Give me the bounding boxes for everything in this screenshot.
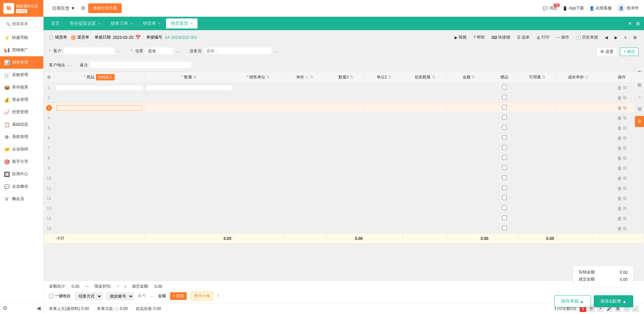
fee-split-btn[interactable]: 费用分摊 (191, 292, 213, 300)
tab-price-settings[interactable]: 售价提取设置 ✕ (65, 18, 105, 28)
price-cell-1[interactable] (283, 83, 326, 93)
qty2-cell-11[interactable] (327, 183, 365, 193)
delete-row-3[interactable]: 🗑 (617, 105, 622, 111)
qty-cell-8[interactable] (145, 153, 234, 163)
tab-close-price-settings[interactable]: ✕ (98, 22, 101, 25)
unit-cell-7[interactable] (233, 143, 283, 153)
gift-checkbox-8[interactable] (502, 155, 507, 160)
tab-sales-delivery[interactable]: 销货单 ✕ (138, 18, 165, 28)
pkg-cell-6[interactable] (403, 133, 447, 143)
amount-cell-13[interactable] (447, 203, 490, 213)
unit2-cell-7[interactable] (365, 143, 403, 153)
qty-cell-1[interactable] (145, 83, 234, 93)
gift-checkbox-6[interactable] (502, 135, 507, 140)
amount-cell-11[interactable] (447, 183, 490, 193)
qty-cell-14[interactable] (145, 213, 234, 224)
search-menu-btn[interactable]: 🔍 搜索菜单 (3, 19, 41, 28)
qty2-cell-9[interactable] (327, 163, 365, 173)
sidebar-settings-btn[interactable]: ⚙ (3, 305, 7, 311)
price-cell-8[interactable] (283, 153, 326, 163)
product-cell-2[interactable] (54, 93, 145, 103)
product-cell-10[interactable] (54, 173, 145, 183)
product-cell-12[interactable] (54, 193, 145, 203)
amount-cell-3[interactable] (447, 103, 490, 113)
qty-cell-15[interactable] (145, 224, 234, 234)
delete-row-5[interactable]: 🗑 (617, 125, 622, 131)
shortcut-btn[interactable]: ⌨ 快捷键 (489, 34, 512, 41)
amount-cell-15[interactable] (447, 224, 490, 234)
gift-checkbox-11[interactable] (502, 185, 507, 190)
delete-row-2[interactable]: 🗑 (617, 95, 622, 101)
price-cell-14[interactable] (283, 213, 326, 224)
copy-row-5[interactable]: ⧉ (623, 125, 627, 131)
tab-sales-return[interactable]: 销货退货 ✕ (166, 18, 198, 28)
list-view-btn[interactable]: ≡ (622, 34, 629, 41)
prev-record-btn[interactable]: ◀ (603, 34, 610, 41)
avail-sort-icon[interactable]: ⇅ (542, 75, 545, 79)
delete-row-12[interactable]: 🗑 (617, 195, 622, 201)
copy-row-14[interactable]: ⧉ (623, 215, 627, 221)
unit-cell-12[interactable] (233, 193, 283, 203)
unit2-cell-13[interactable] (365, 203, 403, 213)
product-cell-8[interactable] (54, 153, 145, 163)
amount-cell-14[interactable] (447, 213, 490, 224)
qty-cell-6[interactable] (145, 133, 234, 143)
gift-checkbox-7[interactable] (502, 145, 507, 150)
gift-checkbox-15[interactable] (502, 226, 507, 230)
payment-checkbox[interactable] (49, 294, 53, 298)
sidebar-item-marketing[interactable]: 📢 营销推广 (0, 44, 43, 56)
delete-row-4[interactable]: 🗑 (617, 115, 622, 121)
add-row-btn[interactable]: + (46, 105, 52, 111)
delete-row-11[interactable]: 🗑 (617, 185, 622, 191)
delete-row-13[interactable]: 🗑 (617, 205, 622, 211)
float-star-btn[interactable]: ☆ (635, 92, 644, 103)
price-cell-15[interactable] (283, 224, 326, 234)
delete-row-7[interactable]: 🗑 (617, 145, 622, 151)
product-cell-5[interactable] (54, 123, 145, 133)
gift-checkbox-2[interactable] (502, 95, 507, 100)
copy-row-15[interactable]: ⧉ (623, 226, 627, 231)
staff-select-btn[interactable]: ··· (274, 49, 278, 54)
product-cell-6[interactable] (54, 133, 145, 143)
gift-checkbox-4[interactable] (502, 115, 507, 120)
product-cell-3[interactable] (54, 103, 145, 113)
amount-cell-6[interactable] (447, 133, 490, 143)
sidebar-item-wechat[interactable]: 💬 企业微信 (0, 180, 43, 193)
sidebar-item-operations[interactable]: 📈 经营管理 (0, 106, 43, 118)
qty2-cell-1[interactable] (327, 83, 365, 93)
amount-cell-4[interactable] (447, 113, 490, 123)
tab-home[interactable]: 首页 (46, 18, 64, 28)
product-cell-11[interactable] (54, 183, 145, 193)
amount-cell-2[interactable] (447, 93, 490, 103)
unit2-cell-8[interactable] (365, 153, 403, 163)
daily-select[interactable]: 日用百货 ▼ (49, 4, 78, 13)
delete-row-6[interactable]: 🗑 (617, 135, 622, 141)
unit-cell-3[interactable] (233, 103, 283, 113)
amount-cell-1[interactable] (447, 83, 490, 93)
qty-input-1[interactable] (147, 85, 231, 90)
pkg-cell-7[interactable] (403, 143, 447, 153)
pkg-cell-14[interactable] (403, 213, 447, 224)
unit2-cell-3[interactable] (365, 103, 403, 113)
unit-cell-15[interactable] (233, 224, 283, 234)
pkg-cell-9[interactable] (403, 163, 447, 173)
price-cell-5[interactable] (283, 123, 326, 133)
copy-row-1[interactable]: ⧉ (623, 85, 627, 90)
note-input[interactable] (91, 62, 191, 69)
sidebar-item-sales[interactable]: 📊 销售管理 (0, 56, 43, 69)
amount-cell-7[interactable] (447, 143, 490, 153)
gift-checkbox-9[interactable] (502, 165, 507, 170)
product-cell-9[interactable] (54, 163, 145, 173)
tab-close-sales-delivery[interactable]: ✕ (158, 22, 161, 25)
unit2-cell-6[interactable] (365, 133, 403, 143)
help-btn[interactable]: ? 帮助 (471, 34, 487, 41)
settlement-method-select[interactable]: 结算方式 (75, 292, 102, 300)
qty-cell-9[interactable] (145, 163, 234, 173)
cost-info-icon[interactable]: ⓘ (585, 75, 588, 79)
pkg-cell-8[interactable] (403, 153, 447, 163)
qty2-cell-3[interactable] (327, 103, 365, 113)
tab-close-sales-return[interactable]: ✕ (190, 22, 193, 25)
price-sort-icon[interactable]: ⇅ (310, 75, 313, 79)
pkg-cell-12[interactable] (403, 193, 447, 203)
amount-cell-8[interactable] (447, 153, 490, 163)
